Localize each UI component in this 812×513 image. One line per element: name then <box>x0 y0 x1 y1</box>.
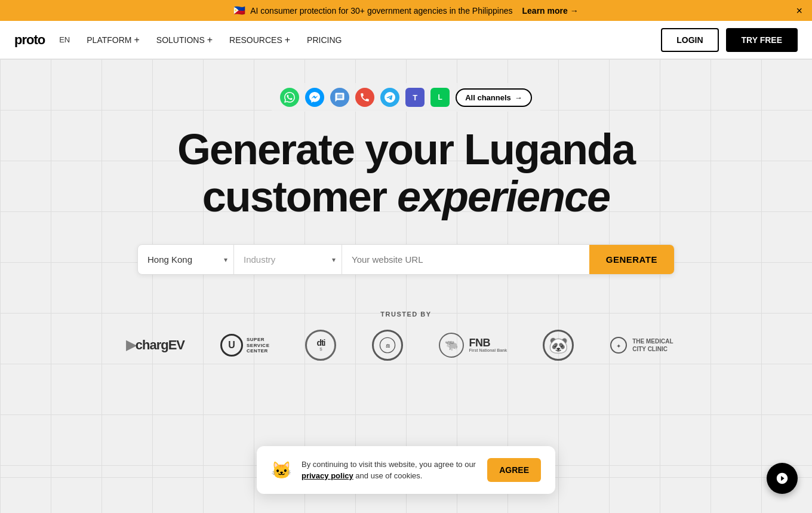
medical-city-logo: ✦ THE MEDICAL CITY CLINIC <box>610 336 686 354</box>
philippines-flag: 🇵🇭 <box>233 5 245 16</box>
channel-icons-row: T L All channels → <box>270 83 542 112</box>
svg-text:✦: ✦ <box>616 343 621 349</box>
language-selector[interactable]: EN <box>59 35 70 44</box>
learn-more-link[interactable]: Learn more → <box>522 6 579 16</box>
all-channels-arrow: → <box>515 93 522 102</box>
navbar-actions: LOGIN TRY FREE <box>661 28 798 52</box>
nav-item-platform[interactable]: PLATFORM + <box>79 30 147 50</box>
resources-plus-icon: + <box>285 35 290 45</box>
hero-headline: Generate your Luganda customer experienc… <box>177 126 635 220</box>
try-free-button[interactable]: TRY FREE <box>726 28 798 52</box>
privacy-policy-link[interactable]: privacy policy <box>302 471 353 480</box>
nav-menu: PLATFORM + SOLUTIONS + RESOURCES + PRICI… <box>79 30 661 50</box>
messenger-icon[interactable] <box>305 88 324 107</box>
form-row: Hong Kong Philippines Singapore Malaysia… <box>137 244 675 275</box>
banner-text: AI consumer protection for 30+ governmen… <box>250 6 512 16</box>
agree-button[interactable]: AGREE <box>487 458 541 482</box>
login-button[interactable]: LOGIN <box>661 28 718 52</box>
generate-button[interactable]: GENERATE <box>589 245 674 274</box>
cookie-text: By continuing to visit this website, you… <box>302 459 478 482</box>
svg-text:⚖: ⚖ <box>386 343 390 349</box>
phone-icon[interactable] <box>355 88 374 107</box>
teams-icon[interactable]: T <box>405 88 425 107</box>
nav-item-resources[interactable]: RESOURCES + <box>222 30 297 50</box>
fnb-logo: 🐃 FNB First National Bank <box>439 333 507 358</box>
all-channels-button[interactable]: All channels → <box>456 88 532 107</box>
navbar: proto EN PLATFORM + SOLUTIONS + RESOURCE… <box>0 21 812 59</box>
nav-item-solutions[interactable]: SOLUTIONS + <box>149 30 220 50</box>
all-channels-label: All channels <box>465 93 511 102</box>
cookie-banner: 🐱 By continuing to visit this website, y… <box>257 446 555 494</box>
website-url-input[interactable] <box>342 245 589 274</box>
industry-select-wrapper: Industry E-commerce Banking Healthcare R… <box>234 245 342 274</box>
sms-icon[interactable] <box>330 88 349 107</box>
content-center: T L All channels → Generate your Luganda… <box>0 59 812 373</box>
top-banner: 🇵🇭 AI consumer protection for 30+ govern… <box>0 0 812 21</box>
fab-button[interactable] <box>767 463 798 494</box>
nav-item-pricing[interactable]: PRICING <box>300 30 349 50</box>
banner-close-button[interactable]: × <box>796 4 802 17</box>
bns-logo: ⚖ <box>372 330 403 361</box>
main-content: T L All channels → Generate your Luganda… <box>0 59 812 477</box>
logo[interactable]: proto <box>14 32 45 48</box>
cookie-cat-icon: 🐱 <box>271 460 292 480</box>
country-select-wrapper: Hong Kong Philippines Singapore Malaysia… <box>138 245 234 274</box>
dti-logo: dti $ <box>305 330 336 361</box>
solutions-plus-icon: + <box>207 35 213 45</box>
country-select[interactable]: Hong Kong Philippines Singapore Malaysia <box>138 245 233 274</box>
telegram-icon[interactable] <box>380 88 399 107</box>
panda-logo: 🐼 <box>543 330 574 361</box>
trusted-section: TRUSTED BY ▶chargEV U SUPERSERVICECENTER… <box>12 299 800 373</box>
super-service-logo: U SUPERSERVICECENTER <box>220 334 269 357</box>
chargev-logo: ▶chargEV <box>126 337 184 353</box>
platform-plus-icon: + <box>134 35 139 45</box>
trusted-by-label: TRUSTED BY <box>380 311 431 318</box>
industry-select[interactable]: Industry E-commerce Banking Healthcare R… <box>234 245 342 274</box>
line-icon[interactable]: L <box>430 88 450 107</box>
whatsapp-icon[interactable] <box>280 88 299 107</box>
trusted-logos-row: ▶chargEV U SUPERSERVICECENTER dti $ <box>102 330 710 361</box>
